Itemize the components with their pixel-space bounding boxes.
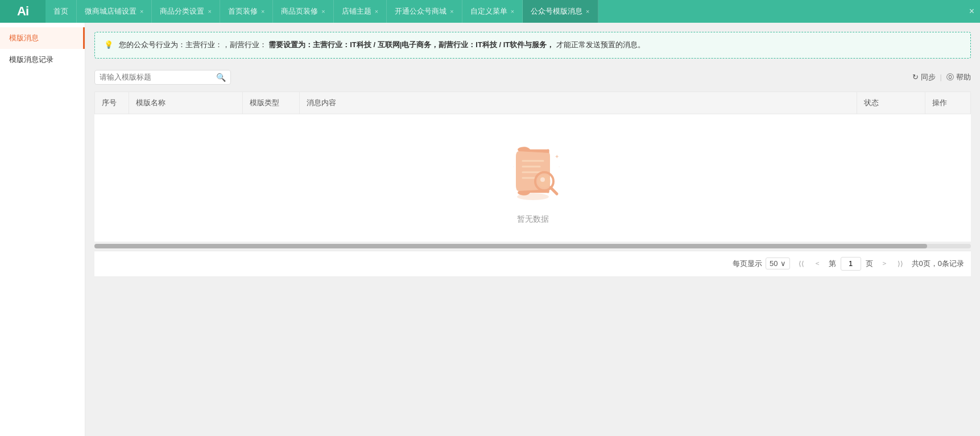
notice-suffix: 才能正常发送预置的消息。	[556, 40, 645, 49]
close-tab-icon-6[interactable]: ×	[450, 8, 453, 15]
sync-button[interactable]: ↻ 同步	[912, 72, 936, 82]
notice-prefix: 您的公众号行业为：主营行业：，副营行业：	[119, 40, 267, 49]
table-header-2: 模版类型	[243, 92, 300, 114]
last-page-button[interactable]: ⟩⟩	[894, 257, 907, 271]
next-page-button[interactable]: ＞	[878, 257, 891, 271]
svg-point-8	[540, 177, 545, 182]
page-prefix: 第	[829, 259, 836, 269]
notice-highlight: 需要设置为：主营行业：IT科技 / 互联网|电子商务，副营行业：IT科技 / I…	[268, 40, 554, 49]
page-size-select: 每页显示 50 ∨	[733, 258, 789, 269]
notice-box: 💡 您的公众号行业为：主营行业：，副营行业： 需要设置为：主营行业：IT科技 /…	[94, 32, 971, 59]
global-close-button[interactable]: ×	[969, 6, 974, 16]
nav-tabs: 首页微商城店铺设置×商品分类设置×首页装修×商品页装修×店铺主题×开通公众号商城…	[46, 0, 980, 23]
main-layout: 模版消息模版消息记录 💡 您的公众号行业为：主营行业：，副营行业： 需要设置为：…	[0, 23, 980, 436]
page-size-value: 50	[770, 259, 778, 268]
scrollbar-thumb[interactable]	[94, 244, 927, 248]
close-tab-icon-3[interactable]: ×	[261, 8, 264, 15]
top-nav: Ai 首页微商城店铺设置×商品分类设置×首页装修×商品页装修×店铺主题×开通公众…	[0, 0, 980, 23]
table-header-3: 消息内容	[300, 92, 857, 114]
data-table: 序号模版名称模版类型消息内容状态操作	[94, 92, 971, 114]
close-tab-icon-4[interactable]: ×	[321, 8, 325, 15]
help-icon: ⓪	[946, 72, 954, 82]
nav-tab-6[interactable]: 开通公众号商城×	[387, 0, 462, 23]
prev-page-button[interactable]: ＜	[811, 257, 824, 271]
svg-text:·: ·	[513, 164, 514, 169]
empty-state: ✦ · · 暂无数据	[94, 114, 971, 242]
nav-tab-2[interactable]: 商品分类设置×	[152, 0, 220, 23]
first-page-button[interactable]: ⟨⟨	[795, 257, 808, 271]
table-header-row: 序号模版名称模版类型消息内容状态操作	[95, 92, 971, 114]
search-actions: ↻ 同步 | ⓪ 帮助	[912, 72, 971, 82]
page-navigation: ⟨⟨ ＜ 第 页 ＞ ⟩⟩	[795, 257, 907, 271]
page-size-label: 每页显示	[733, 259, 762, 269]
table-header-0: 序号	[95, 92, 129, 114]
nav-tab-1[interactable]: 微商城店铺设置×	[77, 0, 152, 23]
table-header-1: 模版名称	[129, 92, 243, 114]
svg-text:✦: ✦	[555, 153, 559, 160]
close-tab-icon-8[interactable]: ×	[586, 8, 589, 15]
sync-icon: ↻	[912, 73, 919, 81]
sidebar: 模版消息模版消息记录	[0, 23, 85, 436]
logo: Ai	[0, 0, 46, 23]
notice-icon: 💡	[104, 40, 113, 49]
nav-tab-8[interactable]: 公众号模版消息×	[523, 0, 598, 23]
nav-tab-4[interactable]: 商品页装修×	[273, 0, 333, 23]
chevron-down-icon: ∨	[780, 259, 786, 268]
nav-tab-7[interactable]: 自定义菜单×	[462, 0, 523, 23]
close-tab-icon-2[interactable]: ×	[208, 8, 211, 15]
total-info: 共0页，0条记录	[912, 259, 964, 269]
svg-line-7	[551, 188, 557, 194]
nav-tab-0[interactable]: 首页	[46, 0, 77, 23]
help-label: 帮助	[956, 72, 971, 82]
table-header-5: 操作	[925, 92, 971, 114]
search-icon[interactable]: 🔍	[216, 73, 226, 82]
sync-label: 同步	[921, 72, 936, 82]
content-area: 💡 您的公众号行业为：主营行业：，副营行业： 需要设置为：主营行业：IT科技 /…	[85, 23, 980, 436]
sidebar-item-0[interactable]: 模版消息	[0, 27, 85, 49]
svg-point-6	[538, 175, 551, 188]
page-size-dropdown[interactable]: 50 ∨	[766, 258, 789, 269]
empty-text: 暂无数据	[517, 214, 549, 225]
search-bar: 🔍 ↻ 同步 | ⓪ 帮助	[94, 70, 971, 85]
page-number-input[interactable]	[841, 257, 861, 271]
sidebar-item-1[interactable]: 模版消息记录	[0, 49, 85, 70]
divider: |	[940, 73, 942, 81]
page-unit: 页	[866, 259, 873, 269]
horizontal-scrollbar[interactable]	[94, 244, 971, 248]
search-input[interactable]	[100, 73, 216, 81]
nav-tab-3[interactable]: 首页装修×	[220, 0, 273, 23]
close-tab-icon-1[interactable]: ×	[140, 8, 143, 15]
pagination: 每页显示 50 ∨ ⟨⟨ ＜ 第 页 ＞ ⟩⟩ 共0页，0条记录	[94, 251, 971, 276]
search-input-wrap[interactable]: 🔍	[94, 70, 231, 85]
close-tab-icon-5[interactable]: ×	[375, 8, 378, 15]
svg-text:·: ·	[559, 164, 560, 169]
nav-tab-5[interactable]: 店铺主题×	[334, 0, 387, 23]
help-button[interactable]: ⓪ 帮助	[946, 72, 971, 82]
empty-illustration: ✦ · ·	[499, 137, 567, 205]
close-tab-icon-7[interactable]: ×	[511, 8, 514, 15]
table-header-4: 状态	[857, 92, 925, 114]
